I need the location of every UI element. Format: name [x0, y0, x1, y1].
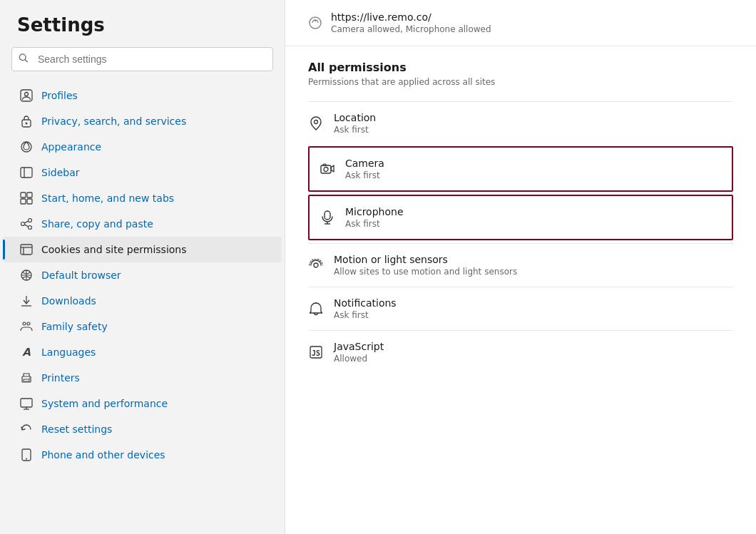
downloads-icon — [20, 294, 33, 307]
search-input[interactable] — [11, 47, 273, 71]
sidebar-item-default-browser-label: Default browser — [41, 269, 121, 281]
svg-point-24 — [23, 322, 26, 325]
svg-rect-40 — [325, 211, 330, 220]
sidebar-item-start-home[interactable]: Start, home, and new tabs — [3, 185, 282, 211]
svg-rect-37 — [321, 165, 331, 173]
sidebar-item-printers[interactable]: Printers — [3, 365, 282, 391]
svg-point-3 — [25, 93, 29, 96]
sidebar-item-phone[interactable]: Phone and other devices — [3, 442, 282, 468]
svg-point-5 — [26, 123, 28, 125]
svg-point-43 — [314, 263, 318, 267]
site-row[interactable]: https://live.remo.co/ Camera allowed, Mi… — [285, 0, 756, 46]
svg-rect-27 — [24, 379, 29, 381]
site-description: Camera allowed, Microphone allowed — [331, 24, 491, 34]
permission-javascript[interactable]: JS JavaScript Allowed — [308, 330, 733, 374]
location-text: Location Ask first — [334, 112, 376, 135]
svg-line-17 — [24, 225, 28, 227]
sidebar-item-sidebar-label: Sidebar — [41, 167, 80, 178]
page-title: Settings — [0, 14, 285, 47]
sidebar-item-system-label: System and performance — [41, 398, 168, 409]
svg-point-34 — [310, 17, 321, 29]
cookies-icon — [20, 243, 33, 256]
sidebar-item-languages[interactable]: A Languages — [3, 339, 282, 365]
sidebar-item-profiles-label: Profiles — [41, 90, 78, 101]
javascript-name: JavaScript — [334, 341, 384, 352]
all-permissions-section: All permissions Permissions that are app… — [285, 46, 756, 101]
notifications-status: Ask first — [334, 310, 397, 320]
sidebar-item-sidebar[interactable]: Sidebar — [3, 160, 282, 185]
sidebar-item-privacy[interactable]: Privacy, search, and services — [3, 108, 282, 134]
sidebar-item-appearance[interactable]: Appearance — [3, 134, 282, 160]
permission-microphone[interactable]: Microphone Ask first — [310, 196, 732, 239]
svg-rect-9 — [21, 192, 26, 197]
svg-rect-11 — [21, 199, 26, 204]
sidebar-item-downloads[interactable]: Downloads — [3, 288, 282, 314]
svg-point-33 — [26, 458, 27, 460]
camera-status: Ask first — [345, 170, 384, 180]
sidebar-item-printers-label: Printers — [41, 372, 80, 384]
all-permissions-title: All permissions — [308, 61, 733, 74]
svg-point-36 — [315, 120, 318, 124]
family-safety-icon — [20, 320, 33, 333]
permission-motion-sensors[interactable]: Motion or light sensors Allow sites to u… — [308, 243, 733, 287]
sidebar-item-phone-label: Phone and other devices — [41, 449, 165, 461]
permission-notifications[interactable]: Notifications Ask first — [308, 287, 733, 330]
svg-text:JS: JS — [312, 349, 320, 357]
svg-point-35 — [315, 20, 316, 21]
permission-camera[interactable]: Camera Ask first — [310, 148, 732, 190]
svg-rect-39 — [323, 164, 326, 166]
svg-point-13 — [29, 219, 32, 222]
sidebar-icon — [20, 166, 33, 179]
camera-name: Camera — [345, 158, 384, 169]
location-name: Location — [334, 112, 376, 123]
main-content: https://live.remo.co/ Camera allowed, Mi… — [285, 0, 756, 534]
languages-icon: A — [20, 346, 33, 359]
appearance-icon — [20, 140, 33, 153]
sidebar-item-default-browser[interactable]: Default browser — [3, 262, 282, 288]
permission-location[interactable]: Location Ask first — [308, 101, 733, 145]
camera-icon — [320, 161, 335, 177]
sidebar-item-family-safety-label: Family safety — [41, 321, 108, 332]
search-container — [11, 47, 273, 71]
svg-rect-7 — [21, 168, 32, 178]
microphone-status: Ask first — [345, 219, 404, 229]
phone-icon — [20, 448, 33, 461]
sidebar-item-share-copy[interactable]: Share, copy and paste — [3, 211, 282, 237]
svg-rect-12 — [27, 199, 32, 204]
svg-rect-10 — [27, 192, 32, 197]
location-status: Ask first — [334, 125, 376, 135]
location-icon — [308, 115, 324, 131]
sidebar-item-system[interactable]: System and performance — [3, 391, 282, 416]
microphone-icon — [320, 210, 335, 225]
sidebar-item-profiles[interactable]: Profiles — [3, 83, 282, 108]
svg-point-25 — [27, 322, 30, 325]
sidebar-item-reset[interactable]: Reset settings — [3, 416, 282, 442]
svg-point-6 — [21, 142, 31, 152]
svg-point-14 — [21, 222, 25, 226]
svg-line-1 — [25, 60, 27, 62]
svg-rect-18 — [21, 245, 32, 255]
share-copy-icon — [20, 217, 33, 230]
svg-rect-29 — [21, 399, 32, 407]
motion-sensors-name: Motion or light sensors — [334, 254, 517, 265]
motion-sensors-status: Allow sites to use motion and light sens… — [334, 267, 517, 277]
svg-line-16 — [24, 221, 28, 223]
javascript-icon: JS — [308, 344, 324, 360]
svg-point-38 — [324, 168, 328, 172]
sidebar-item-cookies-label: Cookies and site permissions — [41, 244, 187, 255]
search-icon — [19, 53, 29, 66]
svg-point-28 — [29, 378, 31, 379]
notifications-text: Notifications Ask first — [334, 297, 397, 320]
sidebar-item-appearance-label: Appearance — [41, 141, 101, 153]
camera-highlight-box: Camera Ask first — [308, 146, 733, 192]
motion-sensors-text: Motion or light sensors Allow sites to u… — [334, 254, 517, 277]
sidebar-item-downloads-label: Downloads — [41, 295, 96, 307]
motion-sensors-icon — [308, 257, 324, 273]
sidebar: Settings Profiles Priv — [0, 0, 285, 534]
site-favicon — [308, 16, 322, 30]
camera-text: Camera Ask first — [345, 158, 384, 180]
sidebar-item-cookies[interactable]: Cookies and site permissions — [3, 237, 282, 262]
permissions-list: Location Ask first Camera Ask first — [285, 101, 756, 374]
site-url: https://live.remo.co/ — [331, 11, 491, 23]
sidebar-item-family-safety[interactable]: Family safety — [3, 314, 282, 339]
